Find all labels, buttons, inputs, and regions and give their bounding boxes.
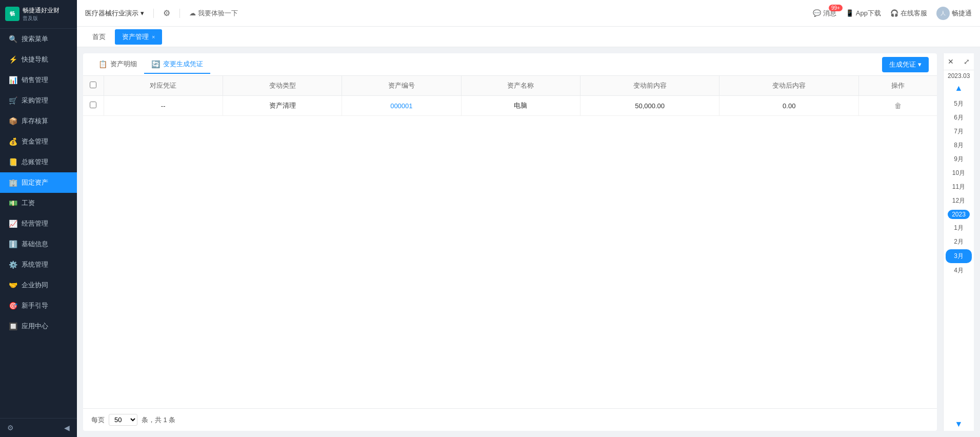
row-change-type-0: 资产清理 — [223, 96, 342, 116]
sidebar-subtitle: 普及版 — [23, 15, 59, 22]
experience-label: 我要体验一下 — [198, 9, 238, 18]
asset-detail-icon: 📋 — [98, 60, 107, 68]
scroll-down-button[interactable]: ▼ — [944, 418, 974, 431]
sidebar-item-fixed-assets[interactable]: 🏢 固定资产 — [0, 172, 77, 193]
sidebar-item-app-center[interactable]: 🔲 应用中心 — [0, 316, 77, 336]
side-panel-month-before[interactable]: 6月 — [944, 111, 974, 125]
topbar-divider-1 — [153, 9, 154, 18]
side-panel-month-after[interactable]: 1月 — [944, 221, 974, 235]
row-checkbox-cell-0 — [83, 96, 104, 116]
side-panel-month-before[interactable]: 5月 — [944, 97, 974, 111]
col-checkbox — [83, 76, 104, 96]
side-panel-close-icon[interactable]: ✕ — [948, 57, 954, 66]
col-change-type: 变动类型 — [223, 76, 342, 96]
dropdown-icon: ▾ — [141, 9, 144, 17]
message-action[interactable]: 💬 消息 99+ — [813, 9, 836, 18]
company-selector[interactable]: 医疗器械行业演示 ▾ — [85, 9, 144, 18]
side-panel-month-after[interactable]: 2月 — [944, 235, 974, 249]
side-panel: ✕ ⤢ 2023.03 ▲ 5月6月7月8月9月10月11月12月20231月2… — [943, 53, 974, 431]
sidebar-item-sales[interactable]: 📊 销售管理 — [0, 70, 77, 90]
app-download-icon: 📱 — [846, 9, 854, 17]
sidebar-icon-enterprise: 🤝 — [8, 281, 17, 290]
sidebar-item-purchase[interactable]: 🛒 采购管理 — [0, 90, 77, 111]
sidebar-menu: 🔍 搜索菜单 ⚡ 快捷导航 📊 销售管理 🛒 采购管理 📦 库存核算 💰 资金管… — [0, 29, 77, 418]
collapse-icon[interactable]: ◀ — [64, 424, 70, 432]
sidebar-item-search[interactable]: 🔍 搜索菜单 — [0, 29, 77, 49]
side-panel-month-before[interactable]: 7月 — [944, 125, 974, 138]
scroll-up-button[interactable]: ▲ — [944, 82, 974, 95]
sidebar-item-enterprise[interactable]: 🤝 企业协同 — [0, 275, 77, 295]
user-menu[interactable]: 人 畅捷通 — [936, 7, 972, 20]
side-panel-month-before[interactable]: 8月 — [944, 138, 974, 152]
app-download-action[interactable]: 📱 App下载 — [846, 9, 881, 18]
col-voucher: 对应凭证 — [104, 76, 223, 96]
sidebar: 畅 畅捷通好业财 普及版 🔍 搜索菜单 ⚡ 快捷导航 📊 销售管理 🛒 采购管理… — [0, 0, 77, 437]
per-page-select[interactable]: 50 10 20 100 — [109, 414, 137, 426]
row-asset-name-0: 电脑 — [461, 96, 580, 116]
settings-icon[interactable]: ⚙ — [7, 424, 14, 432]
pagination: 每页 50 10 20 100 条，共 1 条 — [83, 408, 937, 431]
topbar: 医疗器械行业演示 ▾ ⚙ ☁ 我要体验一下 💬 消息 99+ 📱 App下载 🎧… — [77, 0, 980, 27]
sidebar-item-salary[interactable]: 💵 工资 — [0, 193, 77, 213]
sidebar-label-basic-info: 基础信息 — [22, 240, 48, 249]
side-panel-year-badge[interactable]: 2023 — [944, 208, 974, 221]
experience-button[interactable]: ☁ 我要体验一下 — [189, 9, 238, 18]
sidebar-label-inventory: 库存核算 — [22, 116, 48, 126]
sidebar-icon-sales: 📊 — [8, 75, 17, 85]
sidebar-item-inventory[interactable]: 📦 库存核算 — [0, 111, 77, 131]
sidebar-label-funds: 资金管理 — [22, 137, 48, 146]
row-checkbox-0[interactable] — [90, 102, 96, 108]
page-content: 📋 资产明细 🔄 变更生成凭证 生成凭证 ▾ — [77, 47, 980, 437]
sidebar-icon-guide: 🎯 — [8, 301, 17, 310]
table-container: 对应凭证 变动类型 资产编号 资产名称 变动前内容 变动后内容 操作 — [83, 76, 937, 408]
sidebar-item-operations[interactable]: 📈 经营管理 — [0, 213, 77, 234]
sidebar-icon-operations: 📈 — [8, 219, 17, 228]
sidebar-item-system[interactable]: ⚙️ 系统管理 — [0, 254, 77, 275]
table-header-row: 对应凭证 变动类型 资产编号 资产名称 变动前内容 变动后内容 操作 — [83, 76, 937, 96]
side-panel-month-after[interactable]: 3月 — [946, 249, 972, 263]
sidebar-item-basic-info[interactable]: ℹ️ 基础信息 — [0, 234, 77, 254]
sidebar-item-quick-nav[interactable]: ⚡ 快捷导航 — [0, 49, 77, 70]
sidebar-icon-search: 🔍 — [8, 34, 17, 44]
side-panel-month-before[interactable]: 12月 — [944, 194, 974, 208]
sidebar-label-app-center: 应用中心 — [22, 322, 48, 331]
side-panel-month-before[interactable]: 9月 — [944, 152, 974, 166]
sidebar-label-sales: 销售管理 — [22, 75, 48, 85]
change-table: 对应凭证 变动类型 资产编号 资产名称 变动前内容 变动后内容 操作 — [83, 76, 937, 116]
main-card: 📋 资产明细 🔄 变更生成凭证 生成凭证 ▾ — [83, 53, 937, 431]
generate-voucher-button[interactable]: 生成凭证 ▾ — [882, 57, 929, 72]
side-panel-month-after[interactable]: 4月 — [944, 264, 974, 277]
sidebar-icon-inventory: 📦 — [8, 116, 17, 126]
sidebar-icon-funds: 💰 — [8, 137, 17, 146]
sidebar-icon-fixed-assets: 🏢 — [8, 178, 17, 187]
sidebar-footer: ⚙ ◀ — [0, 418, 77, 437]
col-asset-name: 资产名称 — [461, 76, 580, 96]
topbar-settings-icon[interactable]: ⚙ — [163, 8, 170, 18]
sidebar-icon-purchase: 🛒 — [8, 96, 17, 105]
tab-asset-mgmt[interactable]: 资产管理 × — [115, 29, 162, 45]
sidebar-item-guide[interactable]: 🎯 新手引导 — [0, 295, 77, 316]
side-panel-expand-icon[interactable]: ⤢ — [964, 57, 970, 66]
side-panel-month-before[interactable]: 10月 — [944, 166, 974, 180]
side-panel-month-before[interactable]: 11月 — [944, 180, 974, 194]
inner-tab-change-voucher[interactable]: 🔄 变更生成凭证 — [144, 55, 210, 74]
sidebar-title: 畅捷通好业财 — [23, 6, 59, 15]
sidebar-logo: 畅 — [5, 7, 19, 21]
content-area: 首页 资产管理 × 📋 资产明细 🔄 变更生成凭证 — [77, 27, 980, 437]
message-icon: 💬 — [813, 9, 821, 17]
sidebar-item-ledger[interactable]: 📒 总账管理 — [0, 152, 77, 172]
experience-icon: ☁ — [189, 9, 196, 17]
generate-chevron-icon: ▾ — [918, 61, 922, 68]
inner-tabs: 📋 资产明细 🔄 变更生成凭证 生成凭证 ▾ — [83, 53, 937, 76]
online-service-action[interactable]: 🎧 在线客服 — [890, 9, 927, 18]
tab-home[interactable]: 首页 — [85, 29, 113, 45]
tab-close-icon[interactable]: × — [152, 34, 155, 40]
delete-icon-0[interactable]: 🗑 — [894, 102, 902, 110]
asset-detail-label: 资产明细 — [110, 59, 137, 69]
sidebar-item-funds[interactable]: 💰 资金管理 — [0, 131, 77, 152]
current-year-label: 2023.03 — [944, 70, 974, 82]
total-label: 条，共 1 条 — [142, 415, 175, 425]
sidebar-label-quick-nav: 快捷导航 — [22, 55, 48, 64]
inner-tab-asset-detail[interactable]: 📋 资产明细 — [91, 55, 144, 74]
select-all-checkbox[interactable] — [90, 82, 96, 88]
